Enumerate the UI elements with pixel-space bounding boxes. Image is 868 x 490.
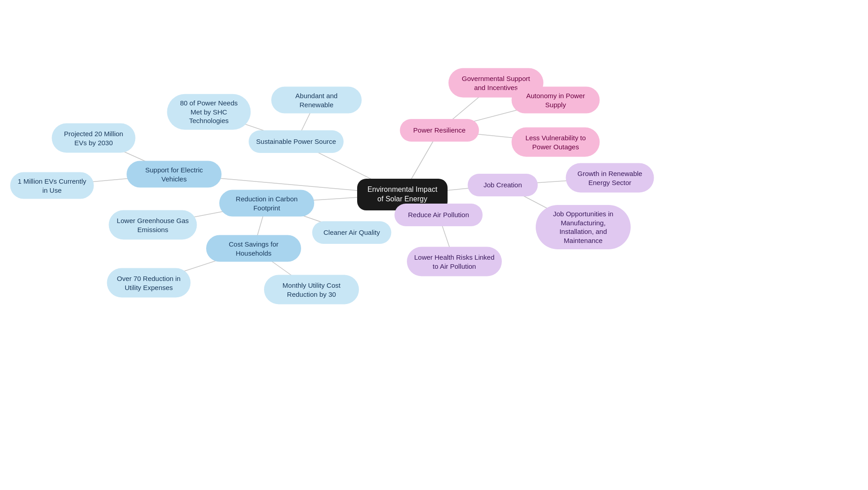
node-carbon: Reduction in Carbon Footprint <box>219 190 314 217</box>
node-job_creation: Job Creation <box>468 174 538 196</box>
node-monthly30: Monthly Utility Cost Reduction by 30 <box>264 275 359 304</box>
node-cleanair: Cleaner Air Quality <box>312 221 392 244</box>
node-growth_re: Growth in Renewable Energy Sector <box>566 163 654 193</box>
node-ev_support: Support for Electric Vehicles <box>127 161 222 188</box>
connection-lines <box>0 0 868 490</box>
node-costsavings: Cost Savings for Households <box>206 235 301 262</box>
node-80power: 80 of Power Needs Met by SHC Technologie… <box>167 94 251 130</box>
node-lower_health: Lower Health Risks Linked to Air Polluti… <box>407 247 502 276</box>
node-job_opp: Job Opportunities in Manufacturing, Inst… <box>536 205 631 249</box>
node-sustainable: Sustainable Power Source <box>249 130 344 153</box>
node-autonomy: Autonomy in Power Supply <box>512 87 600 114</box>
node-1mev: 1 Million EVs Currently in Use <box>10 172 94 199</box>
node-greenhouse: Lower Greenhouse Gas Emissions <box>109 210 197 240</box>
node-abundant: Abundant and Renewable <box>271 87 362 114</box>
node-power_res: Power Resilience <box>400 119 479 142</box>
node-20mev: Projected 20 Million EVs by 2030 <box>52 124 136 153</box>
node-reduce_air: Reduce Air Pollution <box>395 204 483 226</box>
node-70reduction: Over 70 Reduction in Utility Expenses <box>107 268 191 298</box>
node-less_vuln: Less Vulnerability to Power Outages <box>512 128 600 157</box>
